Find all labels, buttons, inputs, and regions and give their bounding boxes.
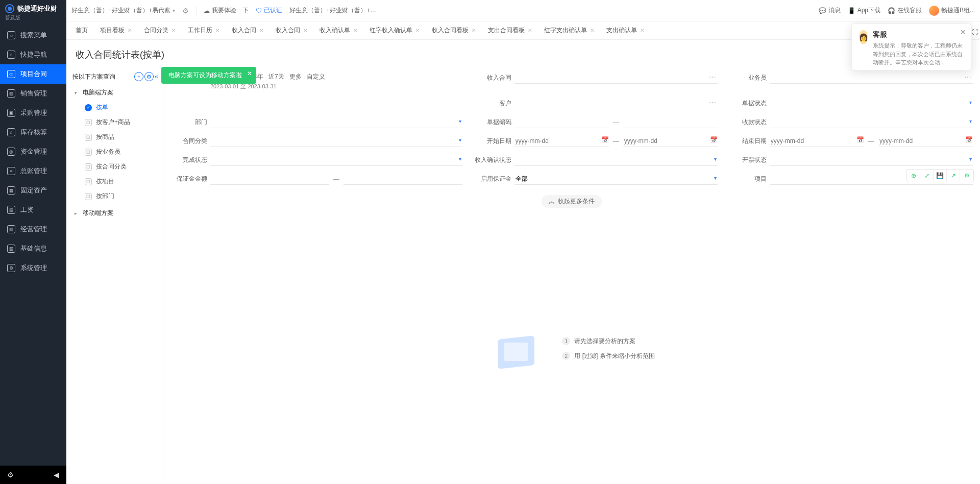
tab[interactable]: 工作日历✕ xyxy=(182,21,226,39)
tab-close-icon[interactable]: ✕ xyxy=(303,28,307,33)
tree-item[interactable]: ▢按合同分类 xyxy=(72,159,160,174)
try-button[interactable]: ☁ 我要体验一下 xyxy=(204,6,249,15)
tab-close-icon[interactable]: ✕ xyxy=(259,28,263,33)
tab[interactable]: 收入合同看板✕ xyxy=(426,21,482,39)
calendar-icon[interactable]: 📅 xyxy=(710,136,718,143)
product-switch[interactable]: 好生意（普）+好业财（普）+易代账 ▾ xyxy=(71,6,175,15)
tool-search-icon[interactable]: ⊕ xyxy=(907,170,920,182)
lookup-icon[interactable]: ⋯ xyxy=(709,99,717,107)
chevron-down-icon[interactable]: ▾ xyxy=(969,118,972,124)
end-date-to-input[interactable] xyxy=(878,135,973,147)
collapse-sidebar-icon[interactable]: ◀ xyxy=(54,471,59,479)
topbar-gear-icon[interactable]: ⚙ xyxy=(182,7,189,15)
confirm-select[interactable] xyxy=(514,154,718,166)
enable-deposit-select[interactable] xyxy=(514,173,718,185)
fullscreen-icon[interactable]: ⛶ xyxy=(972,29,978,36)
tab[interactable]: 红字支出确认单✕ xyxy=(538,21,600,39)
customer-input[interactable] xyxy=(514,98,718,109)
complete-select[interactable] xyxy=(210,154,462,166)
tab[interactable]: 项目看板✕ xyxy=(94,21,138,39)
tab-close-icon[interactable]: ✕ xyxy=(128,28,132,33)
scheme-settings-icon[interactable]: ⚙ xyxy=(144,72,154,81)
lookup-icon[interactable]: ⋯ xyxy=(964,73,972,81)
tab-close-icon[interactable]: ✕ xyxy=(353,28,357,33)
bill-status-select[interactable] xyxy=(770,98,973,109)
tab[interactable]: 红字收入确认单✕ xyxy=(363,21,426,39)
date-tab[interactable]: 更多 xyxy=(289,72,302,81)
calendar-icon[interactable]: 📅 xyxy=(856,136,864,143)
close-hint-icon[interactable]: ✕ xyxy=(247,70,252,77)
tab-close-icon[interactable]: ✕ xyxy=(640,28,644,33)
bill-no-from-input[interactable] xyxy=(514,116,609,128)
tab-close-icon[interactable]: ✕ xyxy=(215,28,219,33)
tab-close-icon[interactable]: ✕ xyxy=(472,28,476,33)
invoice-select[interactable] xyxy=(770,154,973,166)
tab[interactable]: 支出确认单✕ xyxy=(600,21,650,39)
user-menu[interactable]: 畅捷通B组... xyxy=(929,6,975,16)
nav-contract[interactable]: ▭项目合同 xyxy=(0,64,66,84)
nav-sales[interactable]: ▥销售管理 xyxy=(0,84,66,103)
tree-item[interactable]: ▢按业务员 xyxy=(72,144,160,159)
tab[interactable]: 首页 xyxy=(69,21,94,39)
nav-inventory[interactable]: ⌂库存核算 xyxy=(0,123,66,142)
income-contract-input[interactable] xyxy=(514,72,718,84)
deposit-from-input[interactable] xyxy=(210,173,329,185)
date-tab[interactable]: 自定义 xyxy=(307,72,325,81)
nav-purchase[interactable]: ▣采购管理 xyxy=(0,103,66,123)
tool-gear-icon[interactable]: ⚙ xyxy=(960,170,973,182)
chevron-down-icon[interactable]: ▾ xyxy=(969,156,972,162)
tree-group[interactable]: ▸移动端方案 xyxy=(72,206,160,221)
tab-close-icon[interactable]: ✕ xyxy=(172,28,176,33)
tree-group[interactable]: ▾电脑端方案 xyxy=(72,85,160,100)
online-service-button[interactable]: 🎧在线客服 xyxy=(888,6,922,15)
deposit-to-input[interactable] xyxy=(344,173,462,185)
tree-item[interactable]: ▢按部门 xyxy=(72,189,160,204)
start-date-to-input[interactable] xyxy=(623,135,718,147)
tool-expand-icon[interactable]: ⤢ xyxy=(920,170,934,182)
chevron-down-icon[interactable]: ▾ xyxy=(969,100,972,105)
chevron-down-icon[interactable]: ▾ xyxy=(714,175,717,181)
tree-item[interactable]: ▢按项目 xyxy=(72,174,160,189)
end-date-from-input[interactable] xyxy=(770,135,864,147)
collapse-panel-icon[interactable]: « xyxy=(155,73,157,80)
bill-no-to-input[interactable] xyxy=(623,116,718,128)
tab-close-icon[interactable]: ✕ xyxy=(415,28,420,33)
chevron-down-icon[interactable]: ▾ xyxy=(459,156,461,162)
tree-item[interactable]: ▢按客户+商品 xyxy=(72,115,160,130)
chevron-down-icon[interactable]: ▾ xyxy=(459,118,461,124)
tab[interactable]: 收入合同✕ xyxy=(226,21,270,39)
calendar-icon[interactable]: 📅 xyxy=(965,136,973,143)
receipt-status-select[interactable] xyxy=(770,116,973,128)
tab[interactable]: 合同分类✕ xyxy=(138,21,182,39)
date-tab[interactable]: 近7天 xyxy=(268,72,284,81)
close-cs-icon[interactable]: ✕ xyxy=(960,28,966,36)
messages-button[interactable]: 💬消息 xyxy=(819,6,841,15)
tree-item[interactable]: ✓按单 xyxy=(72,100,160,115)
collapse-filters-button[interactable]: ︽ 收起更多条件 xyxy=(542,195,602,208)
app-download-button[interactable]: 📱App下载 xyxy=(848,6,880,15)
add-scheme-icon[interactable]: + xyxy=(134,72,143,81)
tab-close-icon[interactable]: ✕ xyxy=(590,28,594,33)
nav-quick[interactable]: ⌂快捷导航 xyxy=(0,45,66,64)
dept-select[interactable] xyxy=(210,116,462,128)
nav-assets[interactable]: ▦固定资产 xyxy=(0,181,66,200)
tool-export-icon[interactable]: ↗ xyxy=(947,170,960,182)
settings-icon[interactable]: ⚙ xyxy=(7,471,14,479)
nav-salary[interactable]: ▤工资 xyxy=(0,200,66,220)
chevron-down-icon[interactable]: ▾ xyxy=(714,156,717,162)
nav-system[interactable]: ⚙系统管理 xyxy=(0,258,66,278)
nav-ledger[interactable]: ≡总账管理 xyxy=(0,161,66,181)
nav-funds[interactable]: ◎资金管理 xyxy=(0,142,66,161)
chevron-down-icon[interactable]: ▾ xyxy=(459,137,461,143)
tab[interactable]: 收入合同✕ xyxy=(270,21,313,39)
lookup-icon[interactable]: ⋯ xyxy=(709,73,717,81)
tab[interactable]: 支出合同看板✕ xyxy=(482,21,538,39)
salesman-input[interactable] xyxy=(770,72,973,84)
nav-search[interactable]: ⌕搜索菜单 xyxy=(0,26,66,45)
calendar-icon[interactable]: 📅 xyxy=(601,136,609,143)
tab[interactable]: 收入确认单✕ xyxy=(313,21,363,39)
tab-close-icon[interactable]: ✕ xyxy=(528,28,532,33)
nav-operation[interactable]: ▥经营管理 xyxy=(0,220,66,239)
start-date-from-input[interactable] xyxy=(514,135,609,147)
nav-base[interactable]: ▧基础信息 xyxy=(0,239,66,258)
